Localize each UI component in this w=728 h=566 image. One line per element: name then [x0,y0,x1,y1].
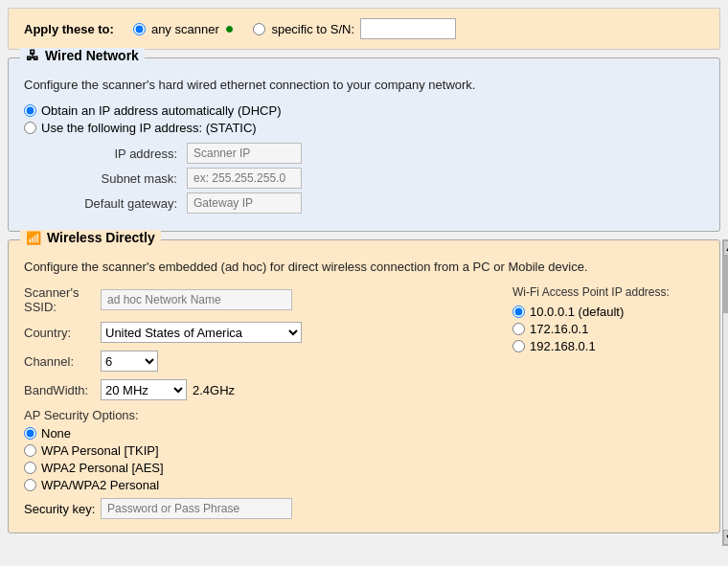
country-select[interactable]: United States of America Canada United K… [101,322,302,343]
ip-address-row: IP address: [62,143,704,164]
default-gateway-row: Default gateway: [62,192,704,214]
apply-bar: Apply these to: any scanner ● specific t… [8,8,720,50]
ip-address-input[interactable] [187,143,302,164]
security-none-option: None [24,426,493,441]
channel-row: Channel: 1 2 3 4 5 6 7 8 9 10 11 [24,351,493,372]
wireless-directly-body: Configure the scanner's embedded (ad hoc… [9,240,719,532]
security-none-radio[interactable] [24,427,36,440]
wireless-directly-section: 📶 Wireless Directly Configure the scanne… [8,239,720,533]
serial-number-input[interactable] [360,18,456,39]
security-key-input[interactable] [101,498,292,519]
wifi-ip2-option: 172.16.0.1 [512,322,704,336]
scrollbar[interactable]: ▲ ▼ [722,239,728,546]
wifi-access-title: Wi-Fi Access Point IP address: [512,285,704,299]
wifi-ip3-radio[interactable] [512,340,525,352]
wired-network-desc: Configure the scanner's hard wired ether… [24,78,704,92]
any-scanner-icon: ● [225,20,235,37]
security-wpa2-aes-option: WPA2 Personal [AES] [24,461,493,475]
wireless-grid: Scanner's SSID: Country: United States o… [24,285,704,519]
dhcp-option: Obtain an IP address automatically (DHCP… [24,103,704,118]
security-key-label: Security key: [24,502,101,516]
any-scanner-radio[interactable] [133,23,146,35]
default-gateway-input[interactable] [187,192,302,214]
ip-address-label: IP address: [62,147,187,161]
static-radio[interactable] [24,122,36,134]
wifi-ip3-option: 192.168.0.1 [512,339,704,353]
ssid-label: Scanner's SSID: [24,285,101,314]
bandwidth-group: 20 MHz 40 MHz 2.4GHz [101,379,235,400]
any-scanner-label: any scanner [151,22,219,36]
security-wpa-wpa2-radio[interactable] [24,479,36,491]
bandwidth-label: BandWidth: [24,383,101,397]
subnet-mask-label: Subnet mask: [62,171,187,186]
scroll-down-btn[interactable]: ▼ [723,530,728,545]
security-wpa-wpa2-option: WPA/WPA2 Personal [24,478,493,492]
security-key-row: Security key: [24,498,493,519]
static-label: Use the following IP address: (STATIC) [41,121,257,135]
dhcp-radio[interactable] [24,104,36,117]
dhcp-label: Obtain an IP address automatically (DHCP… [41,103,281,118]
security-none-label: None [41,426,71,441]
specific-sn-label: specific to S/N: [271,22,354,36]
wired-network-icon: 🖧 [26,48,39,63]
security-options: AP Security Options: None WPA Personal [… [24,408,493,492]
bandwidth-row: BandWidth: 20 MHz 40 MHz 2.4GHz [24,379,493,400]
default-gateway-label: Default gateway: [62,196,187,211]
wifi-ip2-radio[interactable] [512,323,525,335]
static-option: Use the following IP address: (STATIC) [24,121,704,135]
scroll-up-btn[interactable]: ▲ [723,240,728,256]
wireless-desc: Configure the scanner's embedded (ad hoc… [24,260,704,274]
specific-sn-radio-group: specific to S/N: [253,18,456,39]
wireless-icon: 📶 [26,231,41,245]
wired-network-section: 🖧 Wired Network Configure the scanner's … [8,57,720,232]
wireless-directly-title: 📶 Wireless Directly [20,230,161,245]
any-scanner-radio-group: any scanner ● [133,20,235,37]
subnet-mask-row: Subnet mask: [62,168,704,189]
security-wpa-wpa2-label: WPA/WPA2 Personal [41,478,159,492]
security-wpa-tkip-radio[interactable] [24,444,36,457]
channel-label: Channel: [24,354,101,369]
specific-sn-radio[interactable] [253,23,265,35]
security-options-title: AP Security Options: [24,408,493,422]
ssid-input[interactable] [101,289,292,310]
wifi-ip1-label: 10.0.0.1 (default) [530,305,624,319]
channel-select[interactable]: 1 2 3 4 5 6 7 8 9 10 11 [101,351,158,372]
scroll-track[interactable] [723,256,728,530]
ssid-row: Scanner's SSID: [24,285,493,314]
security-wpa2-aes-radio[interactable] [24,462,36,474]
subnet-mask-input[interactable] [187,168,302,189]
security-wpa-tkip-label: WPA Personal [TKIP] [41,443,159,458]
wired-network-body: Configure the scanner's hard wired ether… [9,58,719,231]
country-label: Country: [24,326,101,340]
wifi-ip3-label: 192.168.0.1 [530,339,596,353]
country-row: Country: United States of America Canada… [24,322,493,343]
bandwidth-select[interactable]: 20 MHz 40 MHz [101,379,187,400]
security-wpa-tkip-option: WPA Personal [TKIP] [24,443,493,458]
security-wpa2-aes-label: WPA2 Personal [AES] [41,461,164,475]
wifi-access-panel: Wi-Fi Access Point IP address: 10.0.0.1 … [512,285,704,519]
wired-network-title: 🖧 Wired Network [20,48,145,63]
bandwidth-suffix: 2.4GHz [193,383,235,397]
wireless-left-panel: Scanner's SSID: Country: United States o… [24,285,493,519]
wifi-ip1-radio[interactable] [512,306,525,318]
apply-label: Apply these to: [24,22,114,36]
scroll-thumb[interactable] [723,256,728,313]
wifi-ip2-label: 172.16.0.1 [530,322,588,336]
wifi-ip1-option: 10.0.0.1 (default) [512,305,704,319]
